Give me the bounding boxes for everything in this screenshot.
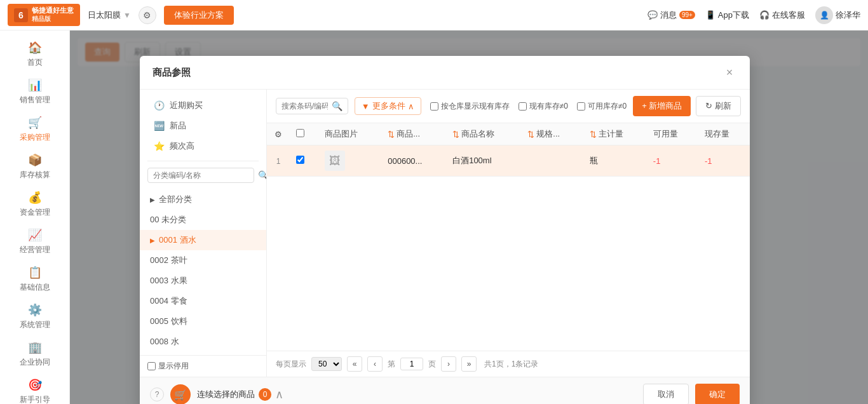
last-page-button[interactable]: » bbox=[461, 356, 477, 372]
modal-footer: ? 🛒 连续选择的商品 0 ∧ 取消 确定 bbox=[140, 377, 750, 404]
search-icon[interactable]: 🔍 bbox=[332, 101, 342, 111]
row-checkbox[interactable] bbox=[290, 145, 318, 177]
footer-buttons: 取消 确定 bbox=[643, 384, 740, 404]
sidebar-item-sales[interactable]: 📊 销售管理 bbox=[0, 73, 69, 111]
cart-icon: 🛒 bbox=[174, 389, 187, 401]
product-table: ⚙ 商品图片 ⇅ bbox=[267, 123, 750, 177]
main-layout: 🏠 首页 📊 销售管理 🛒 采购管理 📦 库存核算 💰 资金管理 📈 经营管理 … bbox=[0, 30, 868, 404]
system-icon: ⚙️ bbox=[28, 303, 42, 317]
warehouse-checkbox[interactable] bbox=[430, 102, 438, 111]
product-search-input[interactable] bbox=[281, 102, 328, 111]
th-checkbox[interactable] bbox=[290, 123, 318, 145]
sidebar-item-guide[interactable]: 🎯 新手引导 bbox=[0, 373, 69, 404]
prev-page-button[interactable]: ‹ bbox=[367, 356, 383, 372]
sidebar-item-home[interactable]: 🏠 首页 bbox=[0, 36, 69, 73]
frequent-tab[interactable]: ⭐ 频次高 bbox=[147, 137, 259, 156]
message-button[interactable]: 💬 消息 99+ bbox=[648, 10, 695, 21]
filter-button[interactable]: ▼ 更多条件 ∧ bbox=[355, 97, 421, 115]
row-img: 🖼 bbox=[318, 145, 381, 177]
category-item-0008[interactable]: 0008 水 bbox=[140, 332, 266, 352]
modal-left-panel: 🕐 近期购买 🆕 新品 ⭐ 频次高 bbox=[140, 90, 267, 377]
product-search-box: 🔍 bbox=[276, 98, 348, 114]
settings-button[interactable]: ⚙ bbox=[139, 6, 156, 24]
sidebar-item-purchase[interactable]: 🛒 采购管理 bbox=[0, 111, 69, 148]
trial-button[interactable]: 体验行业方案 bbox=[164, 6, 234, 25]
recent-tab[interactable]: 🕐 近期购买 bbox=[147, 96, 259, 115]
new-products-tab[interactable]: 🆕 新品 bbox=[147, 116, 259, 135]
user-profile[interactable]: 👤 徐泽华 bbox=[815, 6, 860, 24]
next-page-button[interactable]: › bbox=[441, 356, 456, 372]
category-item-00[interactable]: 00 未分类 bbox=[140, 210, 266, 230]
finance-icon: 💰 bbox=[28, 191, 42, 205]
modal-close-button[interactable]: × bbox=[722, 65, 737, 80]
row-select-checkbox[interactable] bbox=[296, 156, 304, 164]
row-code: 000600... bbox=[381, 145, 446, 177]
filter-checkboxes: 按仓库显示现有库存 现有库存≠0 可用库存≠0 bbox=[430, 101, 627, 112]
category-item-0002[interactable]: 0002 茶叶 bbox=[140, 250, 266, 271]
sidebar-item-inventory[interactable]: 📦 库存核算 bbox=[0, 148, 69, 185]
th-settings[interactable]: ⚙ bbox=[267, 123, 290, 145]
message-badge: 99+ bbox=[679, 11, 695, 19]
refresh-button[interactable]: ↻ 刷新 bbox=[696, 96, 741, 116]
confirm-button[interactable]: 确定 bbox=[695, 384, 740, 404]
first-page-button[interactable]: « bbox=[347, 356, 362, 372]
sidebar-item-base[interactable]: 📋 基础信息 bbox=[0, 260, 69, 298]
page-number-input[interactable] bbox=[400, 358, 423, 370]
modal-header: 商品参照 × bbox=[140, 56, 750, 90]
home-icon: 🏠 bbox=[28, 41, 42, 55]
show-disabled-label[interactable]: 显示停用 bbox=[147, 361, 189, 372]
divider bbox=[147, 161, 259, 161]
show-disabled-checkbox[interactable] bbox=[147, 362, 156, 370]
app-download-button[interactable]: 📱 App下载 bbox=[705, 10, 749, 21]
show-disabled-bar: 显示停用 bbox=[140, 355, 266, 377]
content-area: 查询 刷新 设置 商品参照 × 🕐 近期购买 bbox=[70, 30, 868, 404]
th-name[interactable]: ⇅ 商品名称 bbox=[446, 123, 521, 145]
table-header-row: ⚙ 商品图片 ⇅ bbox=[267, 123, 750, 145]
logo[interactable]: 6 畅捷通好生意 精品版 bbox=[8, 4, 80, 26]
category-search-icon[interactable]: 🔍 bbox=[258, 170, 267, 180]
message-icon: 💬 bbox=[648, 10, 658, 20]
sidebar-item-business[interactable]: 📈 经营管理 bbox=[0, 223, 69, 260]
sort-icon: ⇅ bbox=[527, 130, 534, 139]
sidebar-item-finance[interactable]: 💰 资金管理 bbox=[0, 185, 69, 223]
table-row[interactable]: 1 🖼 000600... 白酒100ml bbox=[267, 145, 750, 177]
category-item-0001[interactable]: ▶ 0001 酒水 bbox=[140, 230, 266, 250]
stock-nonzero-checkbox[interactable] bbox=[519, 102, 527, 111]
th-code[interactable]: ⇅ 商品... bbox=[381, 123, 446, 145]
add-product-button[interactable]: + 新增商品 bbox=[633, 96, 691, 116]
headset-icon: 🎧 bbox=[759, 10, 770, 20]
pagination: 每页显示 50 « ‹ 第 页 › » 共1页，1条记录 bbox=[267, 351, 750, 377]
select-all-checkbox[interactable] bbox=[296, 129, 304, 137]
th-unit[interactable]: ⇅ 主计量 bbox=[583, 123, 647, 145]
category-item-0003[interactable]: 0003 水果 bbox=[140, 271, 266, 291]
cart-button[interactable]: 🛒 bbox=[170, 384, 191, 404]
help-button[interactable]: ? bbox=[150, 387, 164, 401]
quick-tabs: 🕐 近期购买 🆕 新品 ⭐ 频次高 bbox=[140, 90, 266, 158]
checkbox-warehouse[interactable]: 按仓库显示现有库存 bbox=[430, 101, 510, 112]
category-item-0005[interactable]: 0005 饮料 bbox=[140, 311, 266, 332]
service-button[interactable]: 🎧 在线客服 bbox=[759, 10, 805, 21]
category-list: ▶ 全部分类 00 未分类 ▶ 0001 酒水 0002 茶叶 bbox=[140, 187, 266, 355]
category-item-all[interactable]: ▶ 全部分类 bbox=[140, 189, 266, 210]
arrow-icon: ▶ bbox=[150, 196, 155, 203]
logo-sub: 精品版 bbox=[32, 15, 74, 24]
category-item-0004[interactable]: 0004 零食 bbox=[140, 291, 266, 311]
collapse-icon[interactable]: ∧ bbox=[275, 387, 283, 401]
collapse-panel-button[interactable]: « bbox=[266, 220, 267, 246]
category-search-input[interactable] bbox=[147, 168, 254, 183]
toolbar-right: + 新增商品 ↻ 刷新 bbox=[633, 96, 741, 116]
sidebar-item-corp[interactable]: 🏢 企业协同 bbox=[0, 335, 69, 373]
sidebar-item-system[interactable]: ⚙️ 系统管理 bbox=[0, 298, 69, 335]
per-page-select[interactable]: 50 bbox=[311, 357, 342, 371]
checkbox-stock-nonzero[interactable]: 现有库存≠0 bbox=[519, 101, 568, 112]
select-count-badge: 0 bbox=[259, 388, 271, 401]
cancel-button[interactable]: 取消 bbox=[643, 384, 689, 404]
available-nonzero-checkbox[interactable] bbox=[577, 102, 585, 111]
checkbox-available-nonzero[interactable]: 可用库存≠0 bbox=[577, 101, 627, 112]
continuous-select-info: 连续选择的商品 0 ∧ bbox=[197, 387, 283, 401]
store-selector[interactable]: 日太阳膜 ▼ bbox=[88, 10, 131, 21]
category-search: 🔍 bbox=[140, 164, 266, 187]
modal-title: 商品参照 bbox=[153, 67, 191, 79]
row-spec bbox=[521, 145, 583, 177]
th-spec[interactable]: ⇅ 规格... bbox=[521, 123, 583, 145]
